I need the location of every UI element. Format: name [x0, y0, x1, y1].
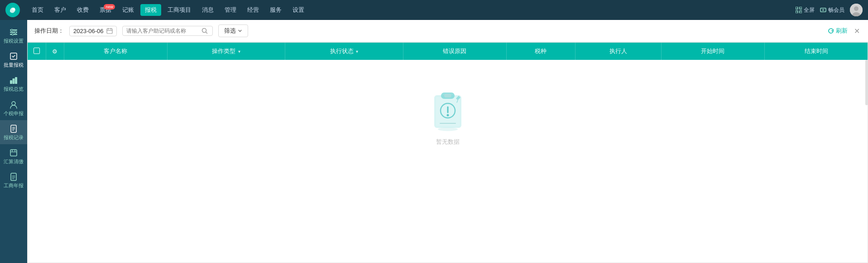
svg-rect-4 — [796, 11, 798, 13]
overview-icon — [9, 75, 19, 85]
table-header-row: ⚙ 客户名称 操作类型 ▾ 执行状态 ▾ 错误原因 税种 执行人 — [28, 43, 868, 60]
nav-item-service[interactable]: 服务 — [265, 4, 286, 16]
sidebar-label-gongshangnian: 工商年报 — [4, 183, 24, 189]
date-label: 操作日期： — [34, 27, 64, 35]
sidebar-item-geshuishenabao[interactable]: 个税申报 — [0, 96, 27, 120]
table-body: 暂无数据 — [28, 60, 868, 164]
toolbar: 操作日期： 2023-06-06 筛选 — [27, 20, 868, 42]
sidebar-item-gongshangnianabao[interactable]: 工商年报 — [0, 168, 27, 192]
svg-point-13 — [11, 29, 13, 31]
search-icon[interactable] — [201, 28, 208, 34]
th-gear[interactable]: ⚙ — [46, 43, 64, 60]
main-layout: 报税设置 批量报税 报税总览 — [0, 20, 868, 263]
svg-rect-32 — [444, 94, 451, 97]
nav-item-operation[interactable]: 经营 — [243, 4, 264, 16]
empty-illustration — [425, 87, 470, 132]
svg-point-14 — [14, 31, 16, 33]
nav-item-home[interactable]: 首页 — [27, 4, 48, 16]
th-error-reason: 错误原因 — [403, 43, 507, 60]
svg-rect-2 — [796, 7, 798, 9]
sidebar-label-zonglan: 报税总览 — [4, 86, 24, 92]
nav-item-business[interactable]: 工商项目 — [163, 4, 196, 16]
sidebar-label-huisuan: 汇算清缴 — [4, 159, 24, 165]
scrollbar-thumb[interactable] — [865, 60, 868, 105]
sidebar: 报税设置 批量报税 报税总览 — [0, 20, 27, 263]
empty-text: 暂无数据 — [436, 138, 460, 146]
svg-point-20 — [12, 102, 15, 105]
member-label: 畅会员 — [828, 6, 844, 14]
content-area: 操作日期： 2023-06-06 筛选 — [27, 20, 868, 263]
table-wrapper: ⚙ 客户名称 操作类型 ▾ 执行状态 ▾ 错误原因 税种 执行人 — [27, 42, 868, 263]
refresh-icon — [828, 28, 834, 34]
sidebar-item-piliangshaoshui[interactable]: 批量报税 — [0, 48, 27, 72]
nav-item-manage[interactable]: 管理 — [220, 4, 241, 16]
sort-icon-exec-status: ▾ — [356, 49, 358, 54]
nav-item-settings[interactable]: 设置 — [288, 4, 309, 16]
nav-menu: 首页 客户 收费 票据 new 记账 报税 工商项目 消息 管理 经营 服务 设… — [27, 4, 796, 16]
svg-point-28 — [202, 29, 206, 33]
nav-item-client[interactable]: 客户 — [50, 4, 71, 16]
nav-item-tax[interactable]: 报税 — [140, 4, 161, 16]
avatar[interactable] — [850, 4, 863, 16]
data-table: ⚙ 客户名称 操作类型 ▾ 执行状态 ▾ 错误原因 税种 执行人 — [28, 43, 868, 164]
fullscreen-label: 全屏 — [804, 6, 815, 14]
date-value: 2023-06-06 — [73, 28, 104, 34]
svg-point-35 — [446, 114, 449, 117]
th-checkbox[interactable] — [28, 43, 46, 60]
annual-report-icon — [9, 172, 19, 182]
new-badge: new — [104, 4, 115, 10]
th-exec-status[interactable]: 执行状态 ▾ — [285, 43, 403, 60]
svg-point-8 — [854, 6, 858, 11]
empty-state-row: 暂无数据 — [28, 60, 868, 164]
sidebar-label-geshui: 个税申报 — [4, 111, 24, 117]
svg-rect-19 — [15, 77, 17, 84]
sidebar-label-baoshuishezhi: 报税设置 — [4, 38, 24, 44]
empty-state: 暂无数据 — [28, 60, 868, 164]
sidebar-label-jilu: 报税记录 — [4, 135, 24, 141]
search-box — [122, 26, 213, 36]
sidebar-item-baoshuijilu[interactable]: 报税记录 — [0, 120, 27, 144]
svg-rect-27 — [107, 29, 112, 34]
chevron-down-icon — [238, 29, 242, 33]
date-picker[interactable]: 2023-06-06 — [69, 26, 117, 36]
settings-icon — [9, 27, 19, 37]
svg-point-1 — [12, 8, 15, 10]
svg-point-15 — [12, 34, 14, 35]
nav-item-message[interactable]: 消息 — [197, 4, 218, 16]
calendar-icon — [106, 28, 113, 34]
sidebar-item-baoshuizonglan[interactable]: 报税总览 — [0, 72, 27, 96]
sidebar-label-piliang: 批量报税 — [4, 62, 24, 68]
th-end-time: 结束时间 — [765, 43, 868, 60]
nav-right: 全屏 畅会员 — [796, 4, 863, 16]
batch-icon — [9, 51, 19, 61]
filter-label: 筛选 — [224, 27, 236, 35]
nav-item-bookkeeping[interactable]: 记账 — [118, 4, 139, 16]
member-button[interactable]: 畅会员 — [820, 6, 844, 14]
sidebar-item-huisuanqingsuan[interactable]: 汇算清缴 — [0, 144, 27, 168]
svg-rect-17 — [10, 80, 12, 84]
th-executor: 执行人 — [575, 43, 661, 60]
header-checkbox[interactable] — [34, 48, 40, 54]
filter-button[interactable]: 筛选 — [218, 24, 248, 37]
fullscreen-button[interactable]: 全屏 — [796, 6, 815, 14]
sidebar-item-baoshuishezhi[interactable]: 报税设置 — [0, 24, 27, 48]
record-icon — [9, 124, 19, 134]
svg-rect-25 — [10, 150, 17, 156]
svg-rect-26 — [11, 173, 16, 180]
close-button[interactable]: ✕ — [853, 26, 861, 36]
nav-item-invoice[interactable]: 票据 new — [95, 4, 116, 16]
personal-tax-icon — [9, 100, 19, 110]
refresh-button[interactable]: 刷新 — [828, 27, 848, 35]
svg-rect-3 — [800, 7, 802, 9]
empty-state-cell: 暂无数据 — [28, 60, 868, 164]
app-logo[interactable] — [5, 3, 20, 17]
search-input[interactable] — [126, 28, 199, 34]
svg-rect-18 — [13, 78, 15, 84]
th-op-type[interactable]: 操作类型 ▾ — [168, 43, 285, 60]
th-client-name: 客户名称 — [64, 43, 168, 60]
svg-point-38 — [438, 127, 458, 131]
annual-icon — [9, 148, 19, 158]
nav-item-fee[interactable]: 收费 — [72, 4, 93, 16]
refresh-label: 刷新 — [836, 27, 848, 35]
top-navigation: 首页 客户 收费 票据 new 记账 报税 工商项目 消息 管理 经营 服务 设… — [0, 0, 868, 20]
